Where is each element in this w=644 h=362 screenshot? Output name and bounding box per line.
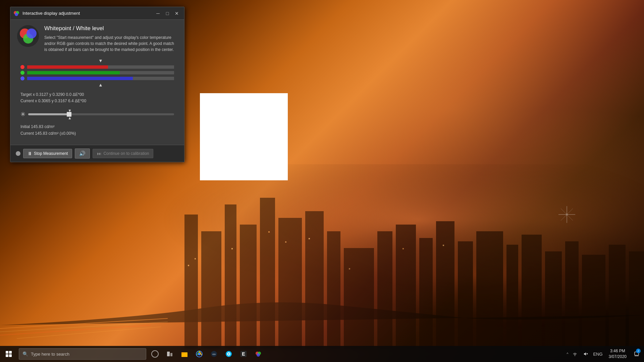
svg-rect-23 bbox=[629, 251, 644, 349]
forward-icon: ⏭ bbox=[97, 151, 102, 156]
language-label[interactable]: ENG bbox=[591, 352, 604, 357]
dialog-window: Interactive display adjustment ─ □ ✕ Whi… bbox=[10, 7, 184, 162]
blue-bar-track bbox=[27, 77, 174, 80]
svg-rect-34 bbox=[349, 268, 350, 269]
brightness-section: ✳ ▼ ▲ bbox=[20, 108, 174, 121]
svg-rect-28 bbox=[188, 265, 189, 266]
svg-rect-16 bbox=[476, 231, 503, 349]
epic-games-icon: E bbox=[240, 350, 247, 358]
task-view-button[interactable] bbox=[162, 346, 177, 362]
cortana-icon bbox=[151, 350, 159, 358]
svg-rect-46 bbox=[181, 353, 187, 357]
svg-rect-21 bbox=[582, 255, 605, 349]
stop-measurement-button[interactable]: ⏸ Stop Measurement bbox=[23, 149, 72, 158]
slider-fill bbox=[28, 113, 69, 115]
current-luminance: Current 145.83 cd/m² (±0.00%) bbox=[20, 130, 174, 137]
header-text: Whitepoint / White level Select "Start m… bbox=[44, 25, 177, 53]
system-tray: ^ ENG 3:46 PM 3/07/2020 bbox=[565, 346, 644, 362]
svg-rect-3 bbox=[201, 231, 221, 349]
start-button[interactable] bbox=[0, 346, 17, 362]
volume-button[interactable]: 🔊 bbox=[75, 148, 90, 159]
clock-date: 3/07/2020 bbox=[609, 354, 627, 360]
volume-icon: 🔊 bbox=[79, 150, 86, 157]
tv-rect-2 bbox=[170, 353, 172, 356]
app-icon bbox=[13, 10, 20, 17]
system-clock[interactable]: 3:46 PM 3/07/2020 bbox=[605, 346, 631, 362]
chrome-button[interactable] bbox=[192, 346, 207, 362]
green-bar-row bbox=[20, 71, 174, 75]
win-sq-4 bbox=[9, 354, 12, 357]
status-dot bbox=[16, 151, 20, 156]
svg-rect-9 bbox=[327, 231, 340, 349]
search-icon: 🔍 bbox=[22, 351, 28, 357]
win-sq-1 bbox=[6, 351, 8, 354]
minimize-button[interactable]: ─ bbox=[153, 9, 163, 18]
svg-rect-18 bbox=[522, 235, 542, 349]
svg-rect-31 bbox=[268, 231, 270, 233]
tray-chevron[interactable]: ^ bbox=[565, 352, 570, 356]
svg-rect-13 bbox=[419, 238, 433, 349]
slider-thumb[interactable] bbox=[67, 112, 71, 117]
file-explorer-button[interactable] bbox=[177, 346, 192, 362]
svg-rect-35 bbox=[402, 248, 404, 249]
svg-rect-4 bbox=[225, 204, 236, 349]
notification-badge: 2 bbox=[636, 349, 641, 353]
cortana-button[interactable] bbox=[148, 346, 162, 362]
pinned-apps: E bbox=[177, 346, 565, 362]
section-title: Whitepoint / White level bbox=[44, 25, 177, 32]
logitech-button[interactable] bbox=[221, 346, 236, 362]
svg-rect-6 bbox=[260, 198, 275, 349]
svg-point-41 bbox=[566, 214, 568, 216]
notification-button[interactable]: 2 bbox=[631, 346, 643, 362]
tv-rect-1 bbox=[167, 352, 170, 356]
desktop: Interactive display adjustment ─ □ ✕ Whi… bbox=[0, 0, 644, 362]
pause-icon: ⏸ bbox=[28, 151, 32, 156]
dialog-content: Whitepoint / White level Select "Start m… bbox=[10, 20, 184, 145]
clock-time: 3:46 PM bbox=[610, 348, 625, 354]
dialog-title: Interactive display adjustment bbox=[22, 11, 153, 16]
brightness-icon: ✳ bbox=[20, 111, 25, 118]
volume-tray-icon[interactable] bbox=[580, 346, 591, 362]
svg-rect-30 bbox=[231, 248, 233, 249]
file-explorer-icon bbox=[181, 350, 188, 358]
red-bar-fill bbox=[27, 65, 108, 69]
green-bar-fill bbox=[27, 71, 120, 74]
target-arrow-top: ▼ bbox=[20, 58, 174, 63]
svg-rect-14 bbox=[436, 221, 454, 349]
svg-rect-32 bbox=[285, 241, 286, 243]
win-sq-2 bbox=[9, 351, 12, 354]
svg-rect-17 bbox=[506, 245, 518, 349]
initial-luminance: Initial 145.83 cd/m² bbox=[20, 124, 174, 130]
stop-button-label: Stop Measurement bbox=[34, 151, 68, 156]
color-calibration-button[interactable] bbox=[251, 346, 266, 362]
svg-rect-5 bbox=[240, 225, 257, 349]
continue-calibration-button[interactable]: ⏭ Continue on to calibration bbox=[93, 149, 153, 158]
close-button[interactable]: ✕ bbox=[172, 9, 181, 18]
header-section: Whitepoint / White level Select "Start m… bbox=[17, 25, 177, 53]
dialog-titlebar: Interactive display adjustment ─ □ ✕ bbox=[10, 7, 184, 20]
svg-rect-8 bbox=[305, 211, 324, 349]
task-view-icon bbox=[167, 352, 172, 356]
svg-rect-11 bbox=[377, 231, 392, 349]
steam-button[interactable] bbox=[207, 346, 221, 362]
svg-rect-33 bbox=[309, 238, 310, 239]
svg-rect-19 bbox=[545, 251, 562, 349]
search-bar[interactable]: 🔍 Type here to search bbox=[19, 348, 146, 360]
brightness-slider-container[interactable]: ▼ ▲ bbox=[28, 108, 174, 121]
city-skyline bbox=[0, 164, 644, 349]
network-icon[interactable] bbox=[570, 346, 580, 362]
restore-button[interactable]: □ bbox=[163, 9, 172, 18]
dialog-bottom: ⏸ Stop Measurement 🔊 ⏭ Continue on to ca… bbox=[10, 145, 184, 162]
svg-rect-2 bbox=[184, 215, 198, 349]
target-coords: Target x 0.3127 y 0.3290 0.0 ΔE*00 bbox=[20, 92, 174, 98]
epic-games-button[interactable]: E bbox=[236, 346, 251, 362]
target-arrow-bottom: ▲ bbox=[20, 82, 174, 87]
slider-track[interactable] bbox=[28, 113, 174, 115]
blue-dot bbox=[20, 76, 24, 80]
red-dot bbox=[20, 65, 24, 69]
taskbar: 🔍 Type here to search bbox=[0, 346, 644, 362]
steam-icon bbox=[210, 350, 218, 358]
svg-rect-15 bbox=[458, 241, 473, 349]
speaker-muted-icon bbox=[583, 351, 588, 357]
current-coords: Current x 0.3065 y 0.3167 6.4 ΔE*00 bbox=[20, 98, 174, 104]
